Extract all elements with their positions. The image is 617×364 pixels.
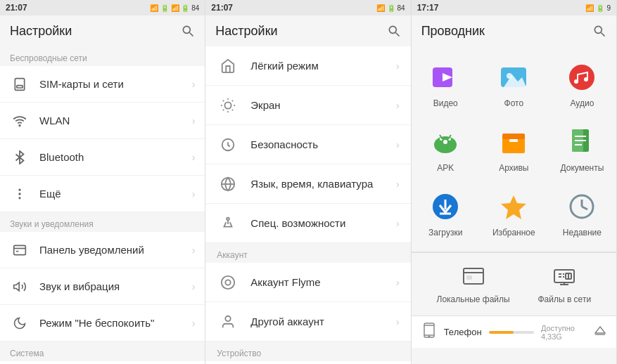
svg-point-80	[428, 336, 430, 337]
phone-space: Доступно 4,33G	[541, 324, 587, 341]
mid-item-access[interactable]: Спец. возможности ›	[205, 204, 410, 243]
chevron-more: ›	[192, 188, 196, 200]
left-item-personal[interactable]: Персонализация ›	[0, 361, 205, 364]
mid-item-access-text: Спец. возможности	[250, 217, 396, 229]
audio-icon	[565, 60, 599, 94]
status-icons-left: 📶 🔋 📶 🔋 84	[150, 4, 200, 12]
svg-point-19	[389, 26, 396, 33]
svg-marker-14	[14, 282, 20, 291]
chevron-flyme: ›	[396, 277, 400, 288]
mid-item-flyme[interactable]: Аккаунт Flyme ›	[205, 263, 410, 302]
file-label-recent: Недавние	[563, 228, 602, 238]
file-item-download[interactable]: Загрузки	[412, 181, 480, 246]
mid-item-security[interactable]: Безопасность ›	[205, 125, 410, 164]
svg-marker-68	[501, 195, 526, 219]
status-bar-middle: 21:07 📶 🔋 84	[205, 0, 410, 15]
svg-point-36	[226, 316, 231, 320]
eject-icon[interactable]	[594, 324, 606, 340]
left-item-more-text: Ещё	[39, 188, 192, 200]
mid-item-otheraccount[interactable]: Другой аккаунт ›	[205, 302, 410, 342]
left-item-sim-text: SIM-карты и сети	[39, 78, 192, 90]
mid-item-flyme-text: Аккаунт Flyme	[250, 276, 396, 288]
file-item-audio[interactable]: Аудио	[548, 52, 616, 117]
svg-line-25	[232, 109, 233, 110]
bluetooth-icon	[10, 148, 30, 167]
mid-item-screen-text: Экран	[250, 99, 396, 111]
file-label-apk: APK	[437, 163, 454, 173]
section-label-account: Аккаунт	[205, 243, 410, 263]
svg-point-10	[19, 197, 20, 199]
section-label-device: Устройство	[205, 342, 410, 361]
storage-item-local[interactable]: Локальные файлы	[428, 260, 519, 308]
network-files-label: Файлы в сети	[538, 294, 591, 304]
right-panel-title: Проводник	[421, 24, 485, 39]
svg-line-24	[223, 100, 224, 100]
left-item-sim[interactable]: SIM-карты и сети ›	[0, 66, 205, 103]
mid-item-easymode[interactable]: Лёгкий режим ›	[205, 46, 410, 86]
notification-icon	[10, 240, 30, 260]
phone-name: Телефон	[444, 327, 482, 337]
svg-marker-81	[595, 327, 605, 333]
file-item-doc[interactable]: Документы	[548, 117, 616, 181]
left-item-more[interactable]: Ещё ›	[0, 176, 205, 212]
search-icon-middle[interactable]	[387, 24, 401, 38]
left-item-notif[interactable]: Панель уведомлений ›	[0, 232, 205, 268]
mid-item-lang-text: Язык, время, клавиатура	[250, 178, 396, 190]
file-item-recent[interactable]: Недавние	[548, 181, 616, 246]
chevron-security: ›	[396, 139, 400, 150]
file-label-audio: Аудио	[571, 98, 594, 108]
middle-panel: 21:07 📶 🔋 84 Настройки Лёгкий режим › Эк…	[205, 0, 411, 364]
file-item-archive[interactable]: Архивы	[480, 117, 548, 181]
sim-icon	[10, 74, 30, 94]
time-left: 21:07	[6, 3, 27, 13]
left-item-bluetooth[interactable]: Bluetooth ›	[0, 139, 205, 176]
left-item-bluetooth-text: Bluetooth	[39, 151, 192, 163]
file-item-star[interactable]: Избранное	[480, 181, 548, 246]
svg-rect-73	[466, 275, 472, 280]
file-grid: Видео Фото Аудио APK	[412, 46, 616, 252]
access-icon	[217, 212, 239, 235]
svg-point-51	[434, 136, 457, 153]
video-icon	[428, 60, 462, 94]
phone-progress-bar	[489, 331, 534, 334]
phone-bar: Телефон Доступно 4,33G	[412, 316, 616, 348]
svg-rect-58	[502, 134, 525, 139]
chevron-notif: ›	[192, 245, 196, 256]
star-icon	[497, 190, 530, 223]
chevron-dnd: ›	[192, 318, 196, 329]
file-item-apk[interactable]: APK	[412, 117, 480, 181]
phone-icon	[421, 323, 437, 342]
file-label-star: Избранное	[492, 228, 535, 238]
svg-point-35	[226, 280, 231, 285]
status-icons-middle: 📶 🔋 84	[376, 4, 405, 12]
file-item-video[interactable]: Видео	[412, 52, 480, 117]
mid-item-screen[interactable]: Экран ›	[205, 86, 410, 125]
chevron-sound: ›	[192, 281, 196, 292]
storage-row: Локальные файлы Файлы в сети	[412, 252, 616, 316]
svg-point-9	[19, 193, 20, 195]
left-item-sound[interactable]: Звук и вибрация ›	[0, 268, 205, 305]
svg-rect-59	[509, 139, 518, 142]
apk-icon	[428, 125, 462, 159]
file-item-photo[interactable]: Фото	[480, 52, 548, 117]
svg-rect-11	[14, 245, 26, 254]
left-panel-title: Настройки	[10, 24, 72, 39]
middle-panel-title: Настройки	[215, 24, 277, 39]
svg-point-34	[222, 275, 234, 288]
local-files-icon	[462, 264, 485, 292]
network-files-icon	[553, 264, 575, 292]
mid-item-power[interactable]: Управление питанием ›	[205, 361, 410, 364]
left-item-notif-text: Панель уведомлений	[39, 244, 192, 256]
left-item-wlan[interactable]: WLAN ›	[0, 103, 205, 139]
flyme-icon	[217, 271, 239, 294]
recent-icon	[565, 190, 599, 223]
status-bar-right: 17:17 📶 🔋 9	[412, 0, 616, 15]
search-icon-left[interactable]	[181, 24, 195, 38]
time-right: 17:17	[417, 3, 439, 13]
mid-item-lang[interactable]: Язык, время, клавиатура ›	[205, 164, 410, 204]
left-item-dnd[interactable]: Режим "Не беспокоить" ›	[0, 305, 205, 342]
more-icon	[10, 184, 30, 204]
search-icon-right[interactable]	[592, 24, 606, 38]
chevron-lang: ›	[396, 178, 400, 190]
storage-item-network[interactable]: Файлы в сети	[529, 260, 599, 308]
